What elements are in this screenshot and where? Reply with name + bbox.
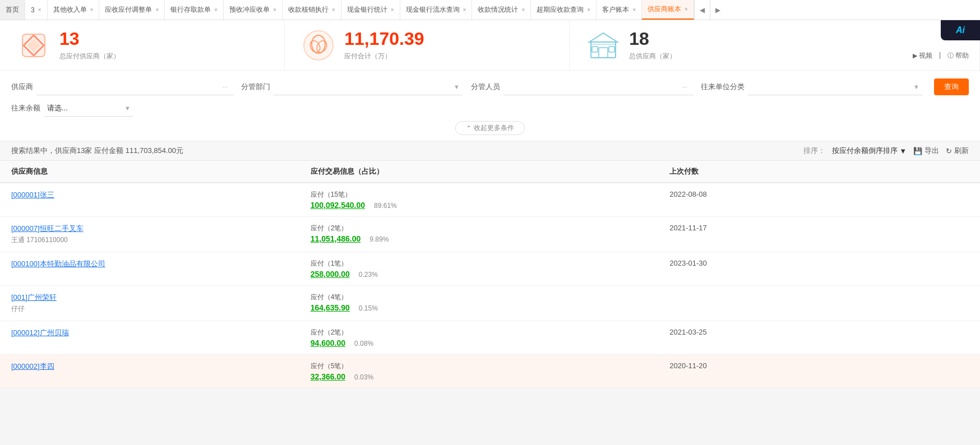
category-filter-label: 往来单位分类	[701, 82, 745, 92]
trans-pct-2: 9.89%	[369, 235, 389, 243]
trans-pct-4: 0.15%	[359, 304, 378, 312]
supplier-link-5[interactable]: [000012]广州贝瑞	[11, 328, 311, 338]
stats-header: 13 总应付供应商（家） 11,170.39 应付合计（万）	[0, 20, 980, 71]
nav-tab-supplier-ledger[interactable]: 供应商账本 ×	[642, 0, 694, 20]
close-icon[interactable]: ×	[214, 7, 218, 13]
supplier-info-5: [000012]广州贝瑞	[11, 328, 311, 338]
nav-tab-3[interactable]: 3 ×	[25, 0, 48, 20]
filter-balance: 往来余额 请选... ▼	[11, 100, 958, 117]
close-icon[interactable]: ×	[463, 7, 466, 13]
lastpay-3: 2023-01-30	[669, 259, 909, 267]
help-icon: ⓘ	[947, 52, 954, 60]
supplier-link-2[interactable]: [000007]恒旺二手叉车	[11, 224, 311, 234]
nav-tab-customer-ledger[interactable]: 客户账本 ×	[597, 0, 642, 20]
stat-payable-total-text: 11,170.39 应付合计（万）	[344, 29, 424, 61]
table-container: 供应商信息 应付交易信息（占比） 上次付数 [000001]张三 应付（15笔）…	[0, 161, 980, 388]
close-icon[interactable]: ×	[38, 7, 41, 13]
trans-row-2: 11,051,486.00 9.89%	[311, 234, 670, 243]
nav-tab-adjustment[interactable]: 应收应付调整单 ×	[99, 0, 165, 20]
help-link[interactable]: ⓘ 帮助	[947, 51, 969, 61]
lastpay-date-3: 2023-01-30	[669, 259, 707, 267]
close-icon[interactable]: ×	[391, 7, 394, 13]
refresh-button[interactable]: ↻ 刷新	[946, 146, 969, 156]
lastpay-date-5: 2021-03-25	[669, 328, 707, 336]
trans-label-1: 应付（15笔）	[311, 190, 670, 200]
collapse-btn-label: 收起更多条件	[474, 123, 514, 133]
close-icon[interactable]: ×	[685, 6, 688, 12]
total-suppliers-number: 18	[629, 29, 676, 49]
nav-bar: 首页 3 × 其他收入单 × 应收应付调整单 × 银行存取款单 × 预收冲应收单…	[0, 0, 980, 20]
department-select[interactable]	[274, 78, 463, 95]
trans-label-6: 应付（5笔）	[311, 361, 670, 371]
category-select[interactable]	[748, 78, 922, 95]
person-input[interactable]	[503, 78, 694, 95]
svg-rect-10	[592, 47, 598, 52]
department-filter-label: 分管部门	[241, 82, 270, 92]
lastpay-5: 2021-03-25	[669, 328, 909, 336]
trans-label-4: 应付（4笔）	[311, 293, 670, 302]
supplier-filter-label: 供应商	[11, 82, 33, 92]
payable-suppliers-number: 13	[59, 29, 120, 49]
supplier-sub-4: 仔仔	[11, 304, 311, 314]
overdue-label: 超期应收款查询	[537, 5, 584, 15]
close-icon[interactable]: ×	[273, 7, 276, 13]
col-header-supplier: 供应商信息	[11, 166, 311, 177]
nav-tab-other-income[interactable]: 其他收入单 ×	[48, 0, 100, 20]
nav-tab-bank-deposit[interactable]: 银行存取款单 ×	[165, 0, 224, 20]
sort-value[interactable]: 按应付余额倒序排序 ▼	[832, 146, 907, 156]
nav-tab-advance[interactable]: 预收冲应收单 ×	[224, 0, 283, 20]
trans-info-1: 应付（15笔） 100,092,540.00 89.61%	[311, 190, 670, 210]
close-icon[interactable]: ×	[587, 7, 590, 13]
person-filter-label: 分管人员	[471, 82, 500, 92]
collapse-button[interactable]: ⌃ 收起更多条件	[455, 121, 525, 135]
balance-select[interactable]: 请选...	[44, 100, 133, 117]
export-icon: 💾	[913, 147, 922, 155]
nav-tab-cash-flow[interactable]: 现金银行流水查询 ×	[400, 0, 473, 20]
close-icon[interactable]: ×	[332, 7, 335, 13]
collection-label: 收款核销执行	[288, 5, 329, 15]
close-icon[interactable]: ×	[90, 7, 94, 13]
stat-block-payable-total: 11,170.39 应付合计（万）	[285, 20, 570, 70]
close-icon[interactable]: ×	[155, 7, 159, 13]
trans-amount-1[interactable]: 100,092,540.00	[311, 201, 365, 210]
trans-amount-4[interactable]: 164,635.90	[311, 303, 350, 312]
trans-amount-2[interactable]: 11,051,486.00	[311, 234, 361, 243]
result-bar: 搜索结果中，供应商13家 应付金额 111,703,854.00元 排序： 按应…	[0, 141, 980, 161]
supplier-link-4[interactable]: [001]广州荣轩	[11, 293, 311, 303]
diamond-icon	[17, 29, 50, 62]
trans-amount-5[interactable]: 94,600.00	[311, 339, 345, 347]
table-row: [000012]广州贝瑞 应付（2笔） 94,600.00 0.08% 2021…	[0, 321, 980, 355]
nav-tab-home[interactable]: 首页	[0, 0, 25, 20]
trans-amount-6[interactable]: 32,366.00	[311, 372, 345, 381]
trans-amount-3[interactable]: 258,000.00	[311, 270, 350, 279]
chevron-up-icon: ⌃	[466, 124, 471, 132]
trans-label-2: 应付（2笔）	[311, 224, 670, 233]
table-header: 供应商信息 应付交易信息（占比） 上次付数	[0, 161, 980, 183]
video-link[interactable]: ▶ 视频	[913, 51, 932, 61]
nav-prev-arrow[interactable]: ◀	[694, 0, 710, 20]
total-suppliers-label: 总供应商（家）	[629, 52, 676, 61]
advance-label: 预收冲应收单	[229, 5, 270, 15]
sort-dropdown-icon: ▼	[899, 147, 907, 155]
supplier-input[interactable]	[36, 78, 234, 95]
nav-tab-overdue[interactable]: 超期应收款查询 ×	[531, 0, 597, 20]
supplier-link-3[interactable]: [000100]本特勤油品有限公司	[11, 259, 311, 269]
nav-tab-collection[interactable]: 收款核销执行 ×	[283, 0, 341, 20]
close-icon[interactable]: ×	[521, 7, 525, 13]
adjustment-label: 应收应付调整单	[105, 5, 152, 15]
search-button[interactable]: 查询	[934, 78, 969, 95]
filter-person: 分管人员 ···	[471, 78, 690, 95]
supplier-link-1[interactable]: [000001]张三	[11, 190, 311, 200]
nav-tab-collection-stat[interactable]: 收款情况统计 ×	[472, 0, 531, 20]
nav-next-arrow[interactable]: ▶	[710, 0, 725, 20]
export-button[interactable]: 💾 导出	[913, 146, 939, 156]
ai-badge[interactable]: Ai	[956, 25, 965, 35]
trans-label-5: 应付（2笔）	[311, 328, 670, 337]
cash-flow-label: 现金银行流水查询	[406, 5, 460, 15]
nav-tab-cash-bank-stat[interactable]: 现金银行统计 ×	[341, 0, 400, 20]
supplier-link-6[interactable]: [000002]李四	[11, 361, 311, 372]
supplier-info-2: [000007]恒旺二手叉车 王通 17106110000	[11, 224, 311, 245]
sort-label: 排序：	[803, 146, 825, 156]
close-icon[interactable]: ×	[632, 7, 636, 13]
trans-row-3: 258,000.00 0.23%	[311, 270, 670, 279]
